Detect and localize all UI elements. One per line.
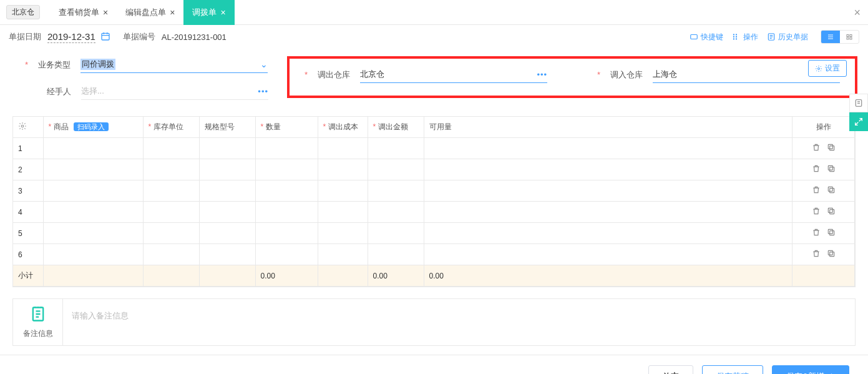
close-icon[interactable]: × (220, 7, 225, 17)
col-amount: *调出金额 (368, 117, 424, 138)
svg-rect-0 (102, 33, 109, 40)
out-warehouse-select[interactable]: 北京仓 ••• (360, 66, 547, 83)
table-row[interactable]: 5 (13, 223, 855, 244)
form-panel: * 业务类型 同价调拨 ⌄ 经手人 选择... ••• * 调出仓库 北京仓 •… (0, 50, 868, 110)
items-table: *商品扫码录入 *库存单位 规格型号 *数量 *调出成本 *调出金额 可用量 操… (12, 116, 856, 287)
handler-field: 经手人 选择... ••• (25, 83, 268, 100)
biz-type-field: * 业务类型 同价调拨 ⌄ (25, 56, 268, 73)
notes-input[interactable]: 请输入备注信息 (63, 299, 855, 345)
close-icon[interactable]: × (103, 7, 108, 17)
chevron-down-icon: ⌄ (260, 59, 268, 69)
history-link[interactable]: 历史单据 (767, 32, 808, 42)
svg-rect-15 (829, 146, 834, 150)
svg-rect-20 (828, 187, 832, 191)
location-tag: 北京仓 (6, 5, 40, 19)
svg-rect-10 (850, 35, 852, 37)
svg-point-6 (736, 36, 736, 37)
copy-icon[interactable] (827, 207, 836, 217)
svg-point-4 (733, 39, 734, 39)
discard-button[interactable]: 放弃 (648, 365, 693, 374)
footer: 放弃 保存草稿 保存&新增⌃ (0, 355, 868, 374)
delete-icon[interactable] (812, 164, 821, 175)
delete-icon[interactable] (812, 185, 821, 196)
table-row[interactable]: 3 (13, 180, 855, 202)
bill-no-value: AL-20191231-001 (162, 32, 227, 42)
col-qty: *数量 (255, 117, 318, 138)
copy-icon[interactable] (827, 185, 836, 196)
chevron-up-icon: ⌃ (828, 372, 835, 375)
out-warehouse-field: * 调出仓库 北京仓 ••• (305, 66, 547, 83)
svg-rect-16 (828, 144, 832, 149)
col-available: 可用量 (424, 117, 792, 138)
date-value[interactable]: 2019-12-31 (47, 31, 95, 43)
view-toggle (821, 30, 859, 44)
copy-icon[interactable] (827, 249, 836, 260)
col-cost: *调出成本 (318, 117, 368, 138)
svg-point-5 (736, 34, 736, 35)
tab-transfer[interactable]: 调拨单× (183, 0, 234, 25)
col-product: *商品扫码录入 (43, 117, 143, 138)
biz-type-select[interactable]: 同价调拨 ⌄ (80, 56, 268, 73)
view-list-icon[interactable] (821, 31, 840, 43)
save-new-button[interactable]: 保存&新增⌃ (772, 365, 849, 374)
svg-point-3 (733, 36, 734, 37)
save-draft-button[interactable]: 保存草稿 (702, 365, 763, 374)
table-row[interactable]: 2 (13, 159, 855, 180)
scan-entry-tag[interactable]: 扫码录入 (74, 122, 109, 131)
svg-rect-19 (829, 189, 834, 193)
svg-rect-12 (850, 37, 852, 39)
subtotal-row: 小计 0.00 0.00 0.00 (13, 265, 855, 287)
svg-rect-24 (828, 229, 832, 234)
operate-link[interactable]: 操作 (732, 32, 758, 42)
shortcut-link[interactable]: 快捷键 (690, 32, 723, 42)
svg-point-13 (818, 67, 820, 69)
copy-icon[interactable] (827, 143, 836, 154)
table-row[interactable]: 6 (13, 244, 855, 265)
svg-rect-26 (828, 250, 832, 255)
copy-icon[interactable] (827, 164, 836, 175)
tab-edit-stock[interactable]: 编辑盘点单× (117, 0, 183, 25)
svg-point-14 (21, 125, 24, 127)
table-row[interactable]: 4 (13, 202, 855, 223)
settings-button[interactable]: 设置 (808, 60, 847, 77)
calendar-icon[interactable] (100, 31, 110, 43)
delete-icon[interactable] (812, 228, 821, 239)
svg-rect-1 (691, 35, 698, 39)
svg-rect-22 (828, 208, 832, 212)
svg-rect-18 (828, 165, 832, 170)
more-icon: ••• (537, 70, 547, 79)
tab-view-sale[interactable]: 查看销货单× (50, 0, 117, 25)
notes-icon (29, 305, 47, 325)
delete-icon[interactable] (812, 207, 821, 217)
close-icon[interactable]: × (854, 6, 861, 19)
required-mark: * (305, 70, 308, 79)
copy-icon[interactable] (827, 228, 836, 239)
gear-icon (18, 122, 27, 130)
gear-header[interactable] (13, 117, 43, 138)
warehouse-highlight: * 调出仓库 北京仓 ••• * 调入仓库 上海仓 ••• (287, 56, 857, 98)
close-icon[interactable]: × (170, 7, 175, 17)
col-unit: *库存单位 (143, 117, 199, 138)
delete-icon[interactable] (812, 249, 821, 260)
col-ops: 操作 (792, 117, 855, 138)
gear-icon (815, 65, 822, 72)
delete-icon[interactable] (812, 143, 821, 154)
svg-rect-9 (847, 35, 849, 37)
svg-point-7 (736, 39, 736, 39)
svg-rect-25 (829, 252, 834, 257)
svg-rect-21 (829, 210, 834, 214)
svg-point-2 (733, 34, 734, 35)
side-tab-expand[interactable] (849, 112, 868, 131)
handler-select[interactable]: 选择... ••• (81, 83, 268, 100)
svg-rect-23 (829, 231, 834, 235)
required-mark: * (597, 70, 600, 79)
info-row: 单据日期 2019-12-31 单据编号 AL-20191231-001 快捷键… (0, 25, 868, 50)
svg-rect-17 (829, 167, 834, 172)
side-tabs (849, 94, 868, 131)
side-tab-notes[interactable] (849, 94, 868, 112)
view-grid-icon[interactable] (840, 31, 859, 43)
date-label: 单据日期 (9, 31, 41, 42)
notes-panel: 备注信息 请输入备注信息 (12, 298, 856, 346)
in-warehouse-field: * 调入仓库 上海仓 ••• (597, 66, 840, 83)
table-row[interactable]: 1 (13, 138, 855, 159)
